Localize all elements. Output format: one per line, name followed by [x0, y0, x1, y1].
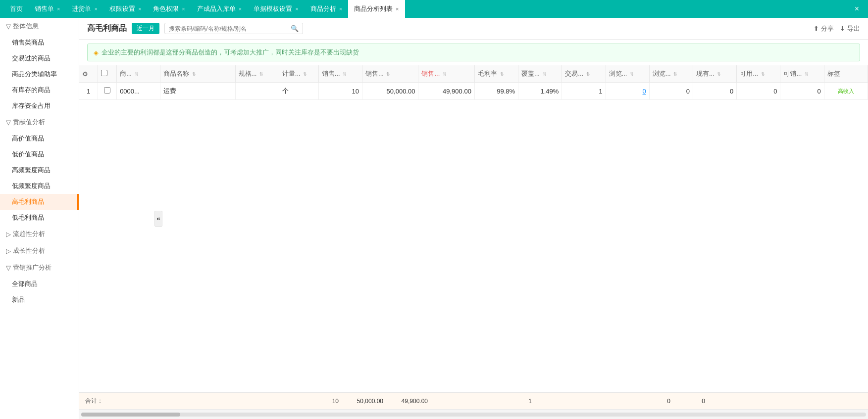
row-current-stock: 0	[693, 83, 736, 100]
sort-sales-qty-icon: ⇅	[343, 72, 347, 77]
nav-product-analysis[interactable]: 商品分析 ×	[305, 0, 348, 18]
action-buttons: ⬆ 分享 ⬇ 导出	[814, 24, 860, 33]
close-product-entry[interactable]: ×	[239, 6, 242, 12]
row-spec	[235, 83, 279, 100]
arrow-overall-info: ▽	[6, 23, 11, 30]
nav-role-permission[interactable]: 角色权限 ×	[147, 0, 191, 18]
sidebar-item-all-products[interactable]: 全部商品	[0, 276, 79, 292]
row-available: 0	[737, 83, 780, 100]
col-margin-rate[interactable]: 毛利率 ⇅	[474, 65, 518, 83]
search-icon[interactable]: 🔍	[291, 25, 299, 32]
sort-code-icon: ⇅	[135, 72, 139, 77]
col-available[interactable]: 可用... ⇅	[737, 65, 780, 83]
arrow-trend-analysis: ▷	[6, 231, 11, 238]
sidebar-item-stock-capital[interactable]: 库存资金占用	[0, 98, 79, 114]
col-name[interactable]: 商品名称 ⇅	[160, 65, 235, 83]
date-filter-button[interactable]: 近一月	[132, 23, 159, 34]
close-role-permission[interactable]: ×	[182, 6, 185, 12]
row-sales-cost: 49,900.00	[418, 83, 474, 100]
nav-right: ×	[850, 4, 864, 13]
footer-label: 合计：	[79, 397, 139, 405]
footer-totals: 合计： 10 50,000.00 49,900.00 1 0 0	[79, 392, 868, 409]
content-header: 高毛利商品 近一月 🔍 ⬆ 分享 ⬇ 导出	[79, 18, 868, 40]
nav-order-template[interactable]: 单据模板设置 ×	[248, 0, 304, 18]
footer-sales-amount: 50,000.00	[342, 398, 386, 405]
share-icon: ⬆	[814, 25, 819, 32]
close-all-button[interactable]: ×	[850, 4, 864, 13]
scrollbar-track[interactable]	[81, 413, 866, 417]
sidebar-group-wealth-analysis[interactable]: ▽ 贡献值分析	[0, 114, 79, 131]
sort-margin-rate-icon: ⇅	[500, 72, 504, 77]
col-coverage[interactable]: 覆盖... ⇅	[518, 65, 562, 83]
footer-spacer6	[465, 398, 500, 405]
col-browse2[interactable]: 浏览... ⇅	[649, 65, 693, 83]
select-all-checkbox[interactable]	[101, 70, 107, 76]
col-sales-cost[interactable]: 销售... ⇅	[418, 65, 474, 83]
row-coverage: 1.49%	[518, 83, 562, 100]
close-permission-settings[interactable]: ×	[138, 6, 141, 12]
horizontal-scrollbar[interactable]	[79, 409, 868, 419]
sidebar-group-marketing-analysis[interactable]: ▽ 营销推广分析	[0, 259, 79, 276]
sidebar-item-high-value[interactable]: 高价值商品	[0, 131, 79, 146]
close-order-template[interactable]: ×	[295, 6, 298, 12]
sidebar-group-trend-analysis[interactable]: ▷ 流趋性分析	[0, 226, 79, 242]
nav-home[interactable]: 首页	[4, 0, 29, 18]
footer-saleable: 0	[673, 398, 708, 405]
share-button[interactable]: ⬆ 分享	[814, 24, 834, 33]
sidebar-item-high-margin[interactable]: 高毛利商品	[0, 194, 79, 210]
col-sales-amount[interactable]: 销售... ⇅	[362, 65, 418, 83]
sidebar-item-sales-products[interactable]: 销售类商品	[0, 35, 79, 50]
sidebar-collapse-button[interactable]: «	[154, 211, 162, 227]
search-input[interactable]	[169, 25, 291, 32]
col-unit[interactable]: 计量... ⇅	[279, 65, 318, 83]
col-spec[interactable]: 规格... ⇅	[235, 65, 279, 83]
col-code[interactable]: 商... ⇅	[117, 65, 160, 83]
sort-spec-icon: ⇅	[259, 72, 263, 77]
col-sales-qty[interactable]: 销售... ⇅	[318, 65, 362, 83]
sidebar-item-low-freq[interactable]: 低频繁度商品	[0, 178, 79, 194]
nav-permission-settings[interactable]: 权限设置 ×	[103, 0, 147, 18]
col-current-stock[interactable]: 现有... ⇅	[693, 65, 736, 83]
col-saleable[interactable]: 可销... ⇅	[780, 65, 824, 83]
sort-transaction-icon: ⇅	[586, 72, 590, 77]
sidebar-item-low-value[interactable]: 低价值商品	[0, 146, 79, 162]
row-checkbox[interactable]	[98, 83, 117, 100]
sidebar-item-traded-products[interactable]: 交易过的商品	[0, 50, 79, 66]
footer-sales-qty: 10	[307, 398, 342, 405]
nav-product-analysis-list[interactable]: 商品分析列表 ×	[348, 0, 405, 18]
col-tag[interactable]: 标签	[824, 65, 868, 83]
col-checkbox[interactable]	[98, 65, 117, 83]
sidebar-item-low-margin[interactable]: 低毛利商品	[0, 210, 79, 226]
footer-transaction: 1	[500, 398, 535, 405]
nav-purchase-order[interactable]: 进货单 ×	[66, 0, 103, 18]
close-purchase-order[interactable]: ×	[94, 6, 97, 12]
table-header-row: ⚙ 商... ⇅ 商品名称 ⇅ 规格...	[79, 65, 868, 83]
row-margin-rate: 99.8%	[474, 83, 518, 100]
row-browse1[interactable]: 0	[606, 83, 649, 100]
footer-sales-cost: 49,900.00	[386, 398, 431, 405]
table-row: 1 0000... 运费 个 10 50,000.00 49,900.00 99…	[79, 83, 868, 100]
sort-current-stock-icon: ⇅	[717, 72, 721, 77]
export-icon: ⬇	[840, 25, 845, 32]
export-button[interactable]: ⬇ 导出	[840, 24, 860, 33]
close-sales-order[interactable]: ×	[57, 6, 60, 12]
sidebar-group-growth-analysis[interactable]: ▷ 成长性分析	[0, 242, 79, 259]
col-settings[interactable]: ⚙	[79, 65, 98, 83]
row-browse2: 0	[649, 83, 693, 100]
col-browse1[interactable]: 浏览... ⇅	[606, 65, 649, 83]
scrollbar-thumb[interactable]	[81, 413, 180, 417]
row-select-checkbox[interactable]	[104, 87, 110, 93]
footer-spacer4	[277, 398, 307, 405]
sidebar-item-stocked-products[interactable]: 有库存的商品	[0, 82, 79, 98]
close-product-analysis[interactable]: ×	[339, 6, 342, 12]
sidebar-group-overall-info[interactable]: ▽ 整体信息	[0, 18, 79, 35]
sidebar-item-product-assist-rate[interactable]: 商品分类辅助率	[0, 66, 79, 82]
close-product-analysis-list[interactable]: ×	[396, 6, 399, 12]
sort-browse1-icon: ⇅	[630, 72, 634, 77]
sidebar-item-new-products[interactable]: 新品	[0, 292, 79, 308]
nav-sales-order[interactable]: 销售单 ×	[29, 0, 66, 18]
nav-product-entry[interactable]: 产成品入库单 ×	[191, 0, 248, 18]
footer-available: 0	[639, 398, 673, 405]
sidebar-item-high-freq[interactable]: 高频繁度商品	[0, 162, 79, 178]
col-transaction[interactable]: 交易... ⇅	[562, 65, 606, 83]
